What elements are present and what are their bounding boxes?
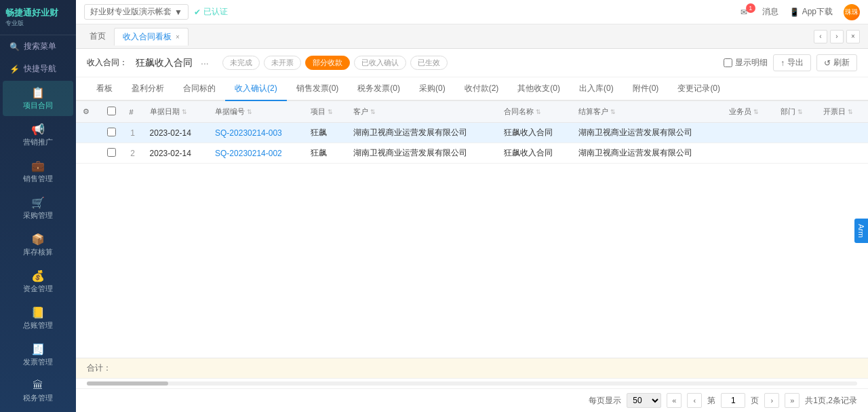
- status-wancheng[interactable]: 未完成: [222, 56, 260, 70]
- refresh-icon: ↺: [824, 58, 831, 68]
- last-page-btn[interactable]: »: [785, 393, 800, 408]
- first-page-btn[interactable]: «: [667, 393, 682, 408]
- more-btn[interactable]: ···: [201, 58, 209, 69]
- row-checkbox[interactable]: [107, 128, 116, 136]
- col-customer[interactable]: 客户⇅: [347, 101, 498, 123]
- tab-next-btn[interactable]: ›: [830, 30, 844, 43]
- footer-total-label: 合计：: [87, 362, 111, 374]
- message-btn[interactable]: ✉ 1 消息: [741, 6, 778, 18]
- home-tab-label: 首页: [90, 31, 106, 41]
- col-billing[interactable]: 结算客户⇅: [572, 101, 723, 123]
- scroll-thumb[interactable]: [87, 381, 168, 386]
- cell-checkbox[interactable]: [100, 123, 123, 143]
- select-all-checkbox[interactable]: [107, 107, 116, 115]
- home-tab[interactable]: 首页: [84, 28, 111, 45]
- cell-code[interactable]: SQ-20230214-003: [208, 123, 304, 143]
- sort-icon: ⇅: [182, 109, 187, 115]
- cell-customer: 湖南卫视商业运营发展有限公司: [347, 123, 498, 143]
- sub-tab-sales-inv[interactable]: 销售发票(0): [287, 77, 349, 101]
- cell-checkbox[interactable]: [100, 143, 123, 164]
- sidebar-item-label: 总账管理: [23, 320, 53, 331]
- show-detail-toggle[interactable]: 显示明细: [724, 57, 768, 69]
- sort-icon: ⇅: [848, 109, 853, 115]
- tab-prev-btn[interactable]: ‹: [814, 30, 827, 43]
- status-querenin[interactable]: 已收入确认: [354, 56, 406, 70]
- sidebar-item-project[interactable]: 📋 项目合同: [3, 81, 73, 116]
- col-date[interactable]: 单据日期⇅: [143, 101, 208, 123]
- table-area: ⚙ # 单据日期⇅ 单据编号⇅: [76, 101, 868, 358]
- user-avatar[interactable]: 珠珠: [844, 4, 860, 20]
- record-link[interactable]: SQ-20230214-002: [215, 149, 282, 158]
- arm-float-btn[interactable]: Arm: [854, 218, 868, 242]
- cell-dept: [774, 143, 816, 164]
- cell-num: 2: [123, 143, 143, 164]
- col-salesperson[interactable]: 业务员⇅: [722, 101, 774, 123]
- page-size-select[interactable]: 10 20 50 100: [627, 393, 661, 408]
- status-shengxiao[interactable]: 已生效: [410, 56, 448, 70]
- cell-code[interactable]: SQ-20230214-002: [208, 143, 304, 164]
- col-open-date[interactable]: 开票日⇅: [816, 101, 868, 123]
- logo-sub: 专业版: [5, 19, 71, 28]
- col-project[interactable]: 项目⇅: [304, 101, 347, 123]
- sort-icon: ⇅: [536, 109, 541, 115]
- sidebar-item-general[interactable]: 📒 总账管理: [3, 301, 73, 336]
- sub-tab-purchase[interactable]: 采购(0): [410, 77, 455, 101]
- col-contract[interactable]: 合同名称⇅: [497, 101, 571, 123]
- cell-salesperson: [722, 143, 774, 164]
- refresh-btn[interactable]: ↺ 刷新: [816, 54, 857, 71]
- sort-icon: ⇅: [328, 109, 333, 115]
- record-link[interactable]: SQ-20230214-003: [215, 128, 282, 138]
- col-dept[interactable]: 部门⇅: [774, 101, 816, 123]
- settings-icon[interactable]: ⚙: [83, 107, 90, 115]
- sub-tab-warehouse[interactable]: 出入库(0): [570, 77, 623, 101]
- row-checkbox[interactable]: [107, 148, 116, 157]
- sub-tab-payment[interactable]: 收付款(2): [455, 77, 509, 101]
- per-page-label: 每页显示: [589, 395, 621, 407]
- tax-icon: 🏛: [33, 379, 43, 392]
- sort-icon: ⇅: [610, 109, 616, 115]
- app-download-btn[interactable]: 📱 App下载: [789, 6, 833, 18]
- sidebar-item-capital[interactable]: 💰 资金管理: [3, 264, 73, 299]
- sidebar-search[interactable]: 🔍 搜索菜单: [0, 35, 76, 58]
- scroll-track[interactable]: [87, 381, 857, 386]
- page-number-input[interactable]: [721, 393, 745, 408]
- sidebar-item-label: 资金管理: [23, 284, 53, 294]
- chevron-down-icon: ▼: [174, 7, 182, 17]
- contract-header: 收入合同： 狂飙收入合同 ··· 未完成 未开票 部分收款 已收入确认 已生效 …: [76, 49, 868, 77]
- show-detail-checkbox[interactable]: [724, 58, 732, 67]
- sidebar-item-tax[interactable]: 🏛 税务管理: [3, 374, 73, 409]
- show-detail-label: 显示明细: [735, 57, 768, 69]
- export-btn[interactable]: ↑ 导出: [773, 54, 811, 71]
- sub-tab-items[interactable]: 合同标的: [174, 77, 225, 101]
- col-settings[interactable]: ⚙: [76, 101, 100, 123]
- sub-tab-history[interactable]: 变更记录(0): [668, 77, 730, 101]
- active-tab-contract[interactable]: 收入合同看板 ×: [114, 28, 189, 45]
- status-shoukuan[interactable]: 部分收款: [305, 56, 350, 70]
- sub-tab-confirm[interactable]: 收入确认(2): [225, 77, 287, 101]
- sidebar-item-purchase[interactable]: 🛒 采购管理: [3, 191, 73, 226]
- company-selector[interactable]: 好业财专业版演示帐套 ▼: [84, 4, 189, 20]
- sidebar-item-inventory[interactable]: 📦 库存核算: [3, 227, 73, 263]
- sub-tab-kanban[interactable]: 看板: [87, 77, 122, 101]
- sub-tab-attachment[interactable]: 附件(0): [623, 77, 669, 101]
- contract-prefix: 收入合同：: [87, 57, 127, 69]
- col-code[interactable]: 单据编号⇅: [208, 101, 304, 123]
- sidebar-item-marketing[interactable]: 📢 营销推广: [3, 117, 73, 153]
- sidebar-item-label: 采购管理: [23, 210, 53, 221]
- prev-page-btn[interactable]: ‹: [687, 393, 702, 408]
- sub-tab-profit[interactable]: 盈利分析: [122, 77, 174, 101]
- cell-settings: [76, 143, 100, 164]
- scroll-bar-area[interactable]: [76, 378, 868, 388]
- sub-tab-other[interactable]: 其他收支(0): [508, 77, 570, 101]
- tab-close-btn[interactable]: ×: [176, 33, 180, 41]
- sidebar-item-label: 项目合同: [23, 100, 53, 111]
- quick-nav[interactable]: ⚡ 快捷导航: [0, 58, 76, 80]
- status-kaipiao[interactable]: 未开票: [264, 56, 301, 70]
- tab-close-all-btn[interactable]: ×: [846, 30, 860, 43]
- next-page-btn[interactable]: ›: [764, 393, 779, 408]
- sub-tab-tax-inv[interactable]: 税务发票(0): [348, 77, 410, 101]
- status-tags: 未完成 未开票 部分收款 已收入确认 已生效: [222, 56, 448, 70]
- sidebar-item-invoice[interactable]: 🧾 发票管理: [3, 337, 73, 373]
- download-icon: 📱: [789, 7, 800, 17]
- sidebar-item-sales[interactable]: 💼 销售管理: [3, 154, 73, 189]
